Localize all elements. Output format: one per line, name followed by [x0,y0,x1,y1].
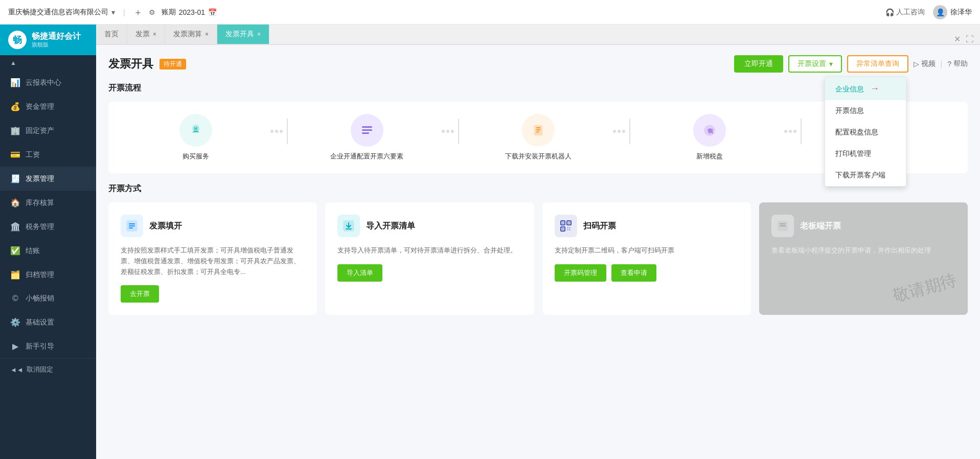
methods-grid: 发票填开 支持按照发票样式手工填开发票；可开具增值税电子普通发票、增值税普通发票… [108,202,968,315]
sidebar-item-settle[interactable]: ✅ 结账 [0,239,96,263]
settings-icon[interactable]: ⚙ [149,8,155,16]
import-list-button[interactable]: 导入清单 [337,264,382,282]
import-desc: 支持导入待开票清单，可对待开票清单进行拆分、合并处理。 [337,245,521,256]
svg-rect-23 [562,222,564,224]
buy-service-label: 购买服务 [183,152,209,161]
import-title: 导入开票清单 [366,221,415,232]
fill-title: 发票填开 [149,221,182,232]
sidebar-item-cloud-report[interactable]: 📊 云报表中心 [0,71,96,95]
tab-invoice-open-close[interactable]: × [257,31,261,38]
sidebar-item-invoice[interactable]: 🧾 发票管理 [0,167,96,191]
svg-rect-29 [569,229,571,231]
dropdown-item-tax-config[interactable]: 配置税盘信息 [825,122,906,143]
scan-actions: 开票码管理 查看申请 [555,264,739,282]
separator: | [123,8,125,16]
fixed-assets-icon: 🏢 [10,126,20,135]
sidebar-label-cloud-report: 云报表中心 [26,78,61,87]
method-card-boss: 老板端开票 查看老板端小程序提交的开票申请，并作出相应的处理 敬请期待 [759,202,968,315]
method-card-import: 导入开票清单 支持导入待开票清单，可对待开票清单进行拆分、合并处理。 导入清单 [325,202,534,315]
sidebar-logo: 畅 畅捷通好会计 旗舰版 [0,25,96,55]
tab-bar-actions: ✕ ⛶ [948,34,980,44]
settings-dropdown-menu: 企业信息 → 开票信息 配置税盘信息 打印机管理 下 [825,77,906,187]
tab-invoice-open-label: 发票开具 [225,30,254,39]
sidebar-label-fixed-assets: 固定资产 [26,126,54,135]
cancel-fixed-icon: ◄◄ [10,366,24,374]
sidebar-item-inventory[interactable]: 🏠 库存核算 [0,191,96,215]
tab-invoice-calc-label: 发票测算 [173,30,202,39]
logo-text: 畅捷通好会计 [32,31,81,41]
logo-sub: 旗舰版 [32,41,81,49]
exception-button[interactable]: 异常清单查询 [847,55,908,73]
video-button[interactable]: ▷ 视频 [914,59,936,68]
svg-text:税: 税 [708,128,714,134]
svg-rect-32 [780,225,786,226]
tab-invoice[interactable]: 发票 × [127,25,165,44]
boss-icon [771,215,794,237]
import-icon [337,215,360,237]
flow-step-buy: 购买服务 [121,114,270,161]
tab-invoice-calc-close[interactable]: × [205,31,209,38]
sidebar-item-salary[interactable]: 💳 工资 [0,143,96,167]
guide-icon: ▶ [10,341,20,351]
sidebar-label-basic: 基础设置 [26,318,54,327]
add-button[interactable]: ＋ [133,6,143,18]
boss-title: 老板端开票 [800,221,841,232]
consult-label: 人工咨询 [896,8,925,17]
tax-icon: 🏛️ [10,222,20,232]
content-area: 首页 发票 × 发票测算 × 发票开具 × ✕ ⛶ [96,25,980,459]
sidebar-label-salary: 工资 [26,150,40,159]
svg-rect-26 [567,227,568,228]
avatar: 👤 [933,5,947,19]
config-icon [351,114,383,147]
sidebar-item-capital[interactable]: 💰 资金管理 [0,95,96,119]
view-apply-button[interactable]: 查看申请 [611,264,656,282]
help-button[interactable]: ? 帮助 [947,59,968,68]
dropdown-item-invoice-info[interactable]: 开票信息 [825,100,906,122]
sidebar-label-tax: 税务管理 [26,222,54,232]
consult-button[interactable]: 🎧 人工咨询 [885,8,925,17]
tab-invoice-open[interactable]: 发票开具 × [217,25,269,44]
video-label: 视频 [921,59,936,68]
svg-rect-2 [362,129,372,131]
invoice-icon: 🧾 [10,174,20,183]
settings-dropdown-button[interactable]: 开票设置 ▾ [788,55,842,73]
company-text: 重庆畅捷交通信息咨询有限公司 [8,8,108,17]
cancel-fixed-button[interactable]: ◄◄ 取消固定 [0,358,96,380]
go-invoice-fill-button[interactable]: 去开票 [121,285,159,303]
sidebar-item-fixed-assets[interactable]: 🏢 固定资产 [0,119,96,143]
sidebar-label-invoice: 发票管理 [26,174,54,183]
qr-manage-button[interactable]: 开票码管理 [555,264,606,282]
period-display: 账期 2023-01 📅 [162,8,217,17]
tax-disk-icon: 税 [693,114,726,147]
svg-rect-16 [129,225,135,226]
separator-bar: | [941,60,943,68]
user-info[interactable]: 👤 徐泽华 [933,5,972,19]
sidebar-scroll-up[interactable]: ▲ [0,55,96,71]
dropdown-item-company-info[interactable]: 企业信息 → [825,77,906,100]
close-window-button[interactable]: ✕ [954,34,961,44]
tab-invoice-calc[interactable]: 发票测算 × [165,25,217,44]
logo-icon: 畅 [8,31,27,49]
tab-home[interactable]: 首页 [96,25,127,44]
dropdown-item-printer[interactable]: 打印机管理 [825,143,906,165]
download-client-label: 下载开票客户端 [835,171,885,179]
calendar-icon[interactable]: 📅 [208,8,217,16]
top-bar-right: 🎧 人工咨询 👤 徐泽华 [885,5,972,19]
svg-rect-28 [567,229,568,231]
sidebar-item-tax[interactable]: 🏛️ 税务管理 [0,215,96,239]
sidebar-item-report[interactable]: © 小畅报销 [0,287,96,310]
invoice-info-label: 开票信息 [835,106,864,114]
sidebar-item-basic[interactable]: ⚙️ 基础设置 [0,310,96,334]
expand-button[interactable]: ⛶ [966,35,974,44]
dropdown-item-download-client[interactable]: 下载开票客户端 [825,165,906,186]
sidebar-item-guide[interactable]: ▶ 新手引导 [0,334,96,358]
activate-button[interactable]: 立即开通 [734,55,783,73]
svg-rect-24 [568,222,570,224]
company-name[interactable]: 重庆畅捷交通信息咨询有限公司 ▾ [8,8,115,17]
period-value: 2023-01 [179,8,205,16]
settings-chevron-icon: ▾ [829,60,833,68]
flow-divider-1 [287,119,288,144]
sidebar-item-archive[interactable]: 🗂️ 归档管理 [0,263,96,287]
tab-invoice-close[interactable]: × [153,31,156,38]
svg-rect-3 [362,132,369,134]
